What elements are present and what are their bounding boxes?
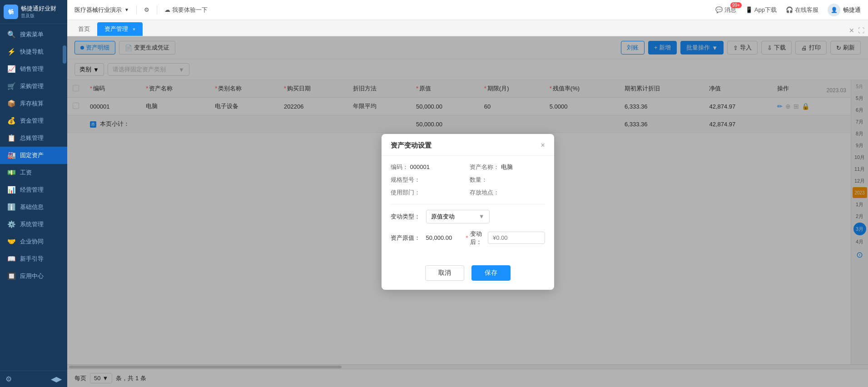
sales-icon: 📈 bbox=[7, 65, 15, 73]
sidebar-label-payroll: 工资 bbox=[20, 169, 32, 177]
sidebar-item-capital[interactable]: 💰 资金管理 bbox=[0, 112, 67, 129]
operations-icon: 📊 bbox=[7, 186, 15, 194]
purchase-icon: 🛒 bbox=[7, 82, 15, 90]
sidebar-item-sales[interactable]: 📈 销售管理 bbox=[0, 60, 67, 78]
modal-close-btn[interactable]: × bbox=[541, 141, 545, 149]
sidebar-scroll-thumb bbox=[63, 45, 66, 64]
modal-location: 存放地点： bbox=[470, 189, 545, 197]
sidebar-item-fixed-assets[interactable]: 🏭 固定资产 bbox=[0, 147, 67, 164]
tab-close-icon[interactable]: × bbox=[133, 26, 135, 32]
header-divider bbox=[136, 5, 137, 15]
tab-bar: 首页 资产管理 × ✕ ⛶ bbox=[67, 20, 868, 36]
sidebar-label-system: 系统管理 bbox=[20, 220, 44, 228]
tab-window-controls: ✕ ⛶ bbox=[849, 27, 864, 36]
sidebar-label-basic-info: 基础信息 bbox=[20, 203, 44, 211]
sidebar-item-search[interactable]: 🔍 搜索菜单 bbox=[0, 26, 67, 43]
company-dropdown-icon: ▼ bbox=[124, 7, 129, 12]
settings-icon[interactable]: ⚙ bbox=[5, 375, 12, 383]
change-type-label: 变动类型： bbox=[391, 213, 422, 221]
modal-name: 资产名称： 电脑 bbox=[470, 163, 545, 171]
modal-change-type-row: 变动类型： 原值变动 ▼ bbox=[391, 210, 545, 223]
modal-after-group: * 变动后： bbox=[466, 230, 545, 246]
avatar: 👤 bbox=[828, 4, 840, 16]
header-right: 💬 消息 99+ 📱 App下载 🎧 在线客服 👤 畅捷通 bbox=[715, 4, 861, 16]
sidebar-label-fixed-assets: 固定资产 bbox=[20, 151, 44, 159]
sidebar-item-app-center[interactable]: 🔲 应用中心 bbox=[0, 268, 67, 285]
sidebar-item-ledger[interactable]: 📋 总账管理 bbox=[0, 129, 67, 147]
tab-asset-management[interactable]: 资产管理 × bbox=[97, 22, 143, 36]
sidebar-label-enterprise: 企业协同 bbox=[20, 238, 44, 246]
asset-change-modal: 资产变动设置 × 编码： 000001 资产名称： 电脑 bbox=[382, 134, 554, 290]
modal-header: 资产变动设置 × bbox=[382, 134, 554, 156]
sidebar-item-operations[interactable]: 📊 经营管理 bbox=[0, 181, 67, 198]
modal-divider bbox=[391, 204, 545, 204]
company-selector[interactable]: 医疗器械行业演示 ▼ bbox=[74, 6, 129, 14]
user-name: 畅捷通 bbox=[843, 6, 861, 14]
quick-nav-icon: ⚡ bbox=[7, 48, 15, 56]
fixed-assets-icon: 🏭 bbox=[7, 151, 15, 159]
modal-code: 编码： 000001 bbox=[391, 163, 466, 171]
sidebar-item-enterprise[interactable]: 🤝 企业协同 bbox=[0, 233, 67, 250]
sidebar-menu: 🔍 搜索菜单 ⚡ 快捷导航 📈 销售管理 🛒 采购管理 📦 库存核算 💰 资金管… bbox=[0, 24, 67, 371]
modal-info-grid: 编码： 000001 资产名称： 电脑 规格型号： 数量： bbox=[391, 163, 545, 197]
window-close-btn[interactable]: ✕ bbox=[849, 27, 854, 34]
message-btn[interactable]: 💬 消息 99+ bbox=[715, 6, 736, 14]
sidebar-item-basic-info[interactable]: ℹ️ 基础信息 bbox=[0, 198, 67, 216]
tab-asset-label: 资产管理 bbox=[104, 25, 128, 32]
user-menu[interactable]: 👤 畅捷通 bbox=[828, 4, 861, 16]
message-badge: 99+ bbox=[730, 2, 742, 8]
sidebar-item-payroll[interactable]: 💵 工资 bbox=[0, 164, 67, 181]
sidebar-item-inventory[interactable]: 📦 库存核算 bbox=[0, 95, 67, 112]
settings-btn[interactable]: ⚙ bbox=[144, 6, 149, 13]
tab-home[interactable]: 首页 bbox=[71, 22, 97, 36]
app-download-btn[interactable]: 📱 App下载 bbox=[745, 6, 777, 14]
sidebar-label-capital: 资金管理 bbox=[20, 117, 44, 125]
system-icon: ⚙️ bbox=[7, 220, 15, 228]
experience-btn[interactable]: ☁ 我要体验一下 bbox=[164, 6, 208, 14]
modal-spec: 规格型号： bbox=[391, 176, 466, 184]
save-button[interactable]: 保存 bbox=[471, 265, 511, 281]
modal-dept: 使用部门： bbox=[391, 189, 466, 197]
ledger-icon: 📋 bbox=[7, 134, 15, 142]
sidebar-item-purchase[interactable]: 🛒 采购管理 bbox=[0, 78, 67, 95]
headset-icon: 🎧 bbox=[786, 6, 793, 13]
company-name: 医疗器械行业演示 bbox=[74, 6, 122, 14]
sidebar-label-quick-nav: 快捷导航 bbox=[20, 48, 44, 56]
sidebar-item-quick-nav[interactable]: ⚡ 快捷导航 bbox=[0, 43, 67, 60]
change-type-value: 原值变动 bbox=[431, 213, 455, 221]
change-type-select[interactable]: 原值变动 ▼ bbox=[426, 210, 490, 223]
sidebar-label-operations: 经营管理 bbox=[20, 186, 44, 194]
sidebar-label-ledger: 总账管理 bbox=[20, 134, 44, 142]
sidebar-item-system[interactable]: ⚙️ 系统管理 bbox=[0, 216, 67, 233]
window-expand-btn[interactable]: ⛶ bbox=[858, 27, 864, 34]
guide-icon: 📖 bbox=[7, 255, 15, 263]
customer-service-label: 在线客服 bbox=[795, 6, 818, 14]
after-label: 变动后： bbox=[470, 230, 486, 246]
modal-code-value: 000001 bbox=[410, 164, 430, 170]
app-center-icon: 🔲 bbox=[7, 272, 15, 280]
gear-icon: ⚙ bbox=[144, 6, 149, 13]
sidebar-item-guide[interactable]: 📖 新手引导 bbox=[0, 250, 67, 268]
modal-footer: 取消 保存 bbox=[382, 260, 554, 290]
sidebar-label-guide: 新手引导 bbox=[20, 255, 44, 263]
inventory-icon: 📦 bbox=[7, 99, 15, 108]
modal-overlay: 资产变动设置 × 编码： 000001 资产名称： 电脑 bbox=[67, 36, 868, 387]
main-area: 医疗器械行业演示 ▼ ⚙ ☁ 我要体验一下 💬 消息 99+ 📱 App下载 🎧 bbox=[67, 0, 868, 387]
top-header: 医疗器械行业演示 ▼ ⚙ ☁ 我要体验一下 💬 消息 99+ 📱 App下载 🎧 bbox=[67, 0, 868, 20]
logo-name: 畅捷通好业财 bbox=[21, 5, 56, 13]
customer-service-btn[interactable]: 🎧 在线客服 bbox=[786, 6, 818, 14]
basic-info-icon: ℹ️ bbox=[7, 203, 15, 211]
sidebar-label-search: 搜索菜单 bbox=[20, 30, 44, 39]
sidebar-logo: 畅 畅捷通好业财 普及版 bbox=[0, 0, 67, 24]
collapse-icon[interactable]: ◀▶ bbox=[51, 375, 62, 383]
modal-name-value: 电脑 bbox=[501, 163, 513, 171]
sidebar-label-sales: 销售管理 bbox=[20, 65, 44, 73]
modal-quantity: 数量： bbox=[470, 176, 545, 184]
asset-value-label: 资产原值： bbox=[391, 234, 422, 242]
modal-title: 资产变动设置 bbox=[391, 141, 432, 150]
enterprise-icon: 🤝 bbox=[7, 238, 15, 246]
after-value-input[interactable] bbox=[488, 232, 545, 244]
cancel-button[interactable]: 取消 bbox=[425, 265, 464, 281]
asset-value-display: 50,000.00 bbox=[426, 234, 462, 241]
search-icon: 🔍 bbox=[7, 30, 15, 39]
